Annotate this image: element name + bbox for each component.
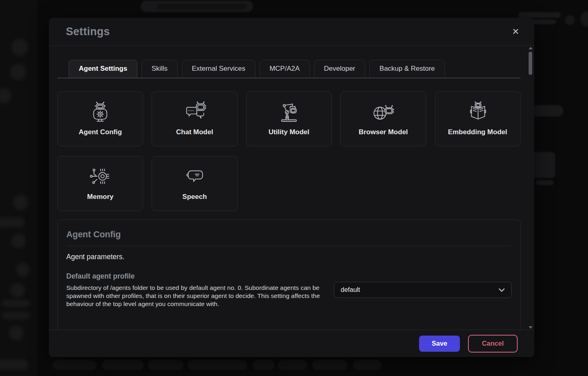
card-browser-model[interactable]: Browser Model — [340, 91, 426, 146]
tab-bar: Agent Settings Skills External Services … — [57, 60, 521, 78]
agent-config-section: Agent Config Agent parameters. Default a… — [57, 220, 521, 330]
modal-footer: Save Cancel — [49, 330, 534, 357]
card-label: Memory — [87, 193, 114, 201]
card-label: Chat Model — [176, 128, 213, 136]
field-control: default — [334, 282, 512, 298]
card-agent-config[interactable]: Agent Config — [57, 91, 143, 146]
tab-backup-restore[interactable]: Backup & Restore — [369, 60, 445, 78]
speech-bubble-icon — [182, 166, 207, 188]
field-description: Subdirectory of /agents folder to be use… — [66, 284, 327, 308]
memory-circuit-gear-icon — [88, 166, 113, 188]
browser-model-globe-robot-icon — [371, 101, 396, 123]
tab-mcp-a2a[interactable]: MCP/A2A — [259, 60, 310, 78]
section-subtitle: Agent parameters. — [66, 253, 512, 261]
select-value: default — [341, 286, 360, 294]
card-label: Speech — [182, 193, 207, 201]
chat-model-robot-bubbles-icon — [182, 101, 207, 123]
card-utility-model[interactable]: Utility Model — [246, 91, 332, 146]
scroll-down-arrow-icon[interactable] — [529, 326, 533, 329]
close-icon[interactable]: × — [509, 24, 522, 39]
tab-external-services[interactable]: External Services — [182, 60, 255, 78]
field-label: Default agent profile — [66, 272, 327, 281]
chevron-down-icon — [499, 286, 505, 294]
save-button[interactable]: Save — [419, 336, 460, 352]
field-text: Default agent profile Subdirectory of /a… — [66, 272, 327, 308]
card-label: Utility Model — [268, 128, 309, 136]
background-sidebar — [0, 0, 36, 376]
card-speech[interactable]: Speech — [152, 156, 237, 211]
default-agent-profile-select[interactable]: default — [334, 282, 512, 298]
card-label: Agent Config — [79, 128, 122, 136]
tab-developer[interactable]: Developer — [314, 60, 366, 78]
card-memory[interactable]: Memory — [57, 156, 143, 211]
modal-header: Settings × — [49, 18, 534, 46]
section-divider — [66, 246, 512, 246]
card-embedding-model[interactable]: Embedding Model — [435, 91, 521, 146]
default-agent-profile-field: Default agent profile Subdirectory of /a… — [66, 272, 512, 308]
tab-skills[interactable]: Skills — [141, 60, 178, 78]
modal-scrollbar — [528, 47, 533, 329]
settings-modal: Settings × Agent Settings Skills Externa… — [49, 18, 534, 357]
modal-title: Settings — [66, 25, 110, 38]
cancel-button[interactable]: Cancel — [468, 335, 518, 353]
card-label: Embedding Model — [448, 128, 507, 136]
tab-agent-settings[interactable]: Agent Settings — [69, 60, 137, 78]
scroll-up-arrow-icon[interactable] — [529, 47, 533, 49]
section-title: Agent Config — [66, 230, 512, 240]
embedding-model-book-robot-icon — [465, 101, 490, 123]
modal-content: Agent Settings Skills External Services … — [49, 46, 526, 330]
scrollbar-thumb[interactable] — [529, 52, 532, 75]
utility-model-robot-arm-icon — [276, 101, 301, 123]
card-chat-model[interactable]: Chat Model — [152, 91, 237, 146]
settings-card-grid: Agent Config Chat Mo — [57, 91, 521, 211]
agent-config-robot-icon — [88, 101, 113, 123]
card-label: Browser Model — [358, 128, 408, 136]
